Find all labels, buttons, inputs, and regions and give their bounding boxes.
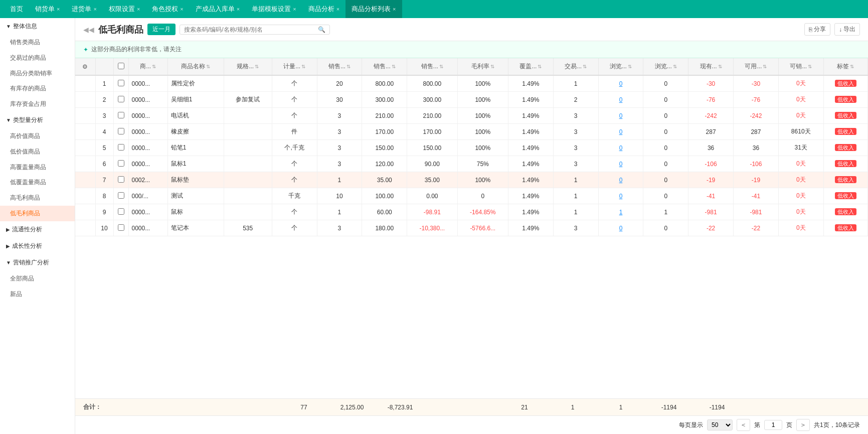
row-check[interactable]	[113, 75, 128, 92]
row-check[interactable]	[113, 220, 128, 236]
sales-amt-column-header[interactable]: 销售...⇅	[362, 58, 407, 75]
salable-column-header[interactable]: 可销...⇅	[778, 58, 823, 75]
nav-item-首页[interactable]: 首页	[4, 0, 29, 18]
row-view1[interactable]: 0	[598, 188, 643, 204]
row-checkbox[interactable]	[118, 208, 124, 215]
sidebar-item-新品[interactable]: 新品	[0, 286, 75, 302]
row-check[interactable]	[113, 188, 128, 204]
row-checkbox[interactable]	[118, 80, 124, 86]
nav-close-icon[interactable]: ×	[137, 6, 140, 12]
search-input[interactable]	[184, 26, 318, 33]
prev-page-button[interactable]: ＜	[737, 419, 750, 431]
nav-item-销货单[interactable]: 销货单×	[29, 0, 66, 18]
nav-close-icon[interactable]: ×	[336, 6, 339, 12]
nav-item-进货单[interactable]: 进货单×	[66, 0, 102, 18]
nav-close-icon[interactable]: ×	[180, 6, 183, 12]
nav-close-icon[interactable]: ×	[93, 6, 96, 12]
table-row: 1 0000... 属性定价 个 20 800.00 800.00 100% 1…	[75, 75, 868, 92]
row-checkbox[interactable]	[118, 144, 124, 151]
row-check[interactable]	[113, 204, 128, 220]
sidebar-group-title[interactable]: ▼营销推广分析	[0, 254, 75, 271]
row-check[interactable]	[113, 108, 128, 124]
sidebar-item-交易过的商品[interactable]: 交易过的商品	[0, 50, 75, 66]
row-checkbox[interactable]	[118, 112, 124, 118]
sidebar-group-title[interactable]: ▼类型量分析	[0, 112, 75, 128]
check-column-header[interactable]	[113, 58, 128, 75]
row-view1[interactable]: 0	[598, 92, 643, 108]
available-column-header[interactable]: 可用...⇅	[734, 58, 779, 75]
row-check[interactable]	[113, 92, 128, 108]
sales-profit-column-header[interactable]: 销售...⇅	[407, 58, 457, 75]
sidebar-item-低价值商品[interactable]: 低价值商品	[0, 144, 75, 160]
sales-qty-column-header[interactable]: 销售...⇅	[317, 58, 362, 75]
current-column-header[interactable]: 现有...⇅	[688, 58, 734, 75]
row-checkbox[interactable]	[118, 160, 124, 167]
nav-item-单据模板设置[interactable]: 单据模板设置×	[246, 0, 302, 18]
top-nav: 首页销货单×进货单×权限设置×角色授权×产成品入库单×单据模板设置×商品分析×商…	[0, 0, 868, 18]
sidebar-group-title[interactable]: ▶成长性分析	[0, 238, 75, 254]
row-sales-amt: 120.00	[362, 156, 407, 172]
transaction-column-header[interactable]: 交易...⇅	[553, 58, 598, 75]
select-all-checkbox[interactable]	[118, 63, 124, 69]
sidebar-item-全部商品[interactable]: 全部商品	[0, 271, 75, 286]
row-view1[interactable]: 1	[598, 204, 643, 220]
row-check[interactable]	[113, 172, 128, 188]
share-button[interactable]: ⎘ 分享	[804, 23, 830, 36]
row-view2: 0	[643, 156, 688, 172]
sidebar-collapse-button[interactable]: ◀◀	[83, 26, 94, 34]
sidebar-item-有库存的商品[interactable]: 有库存的商品	[0, 81, 75, 96]
row-checkbox[interactable]	[118, 96, 124, 102]
row-checkbox[interactable]	[118, 128, 124, 134]
nav-close-icon[interactable]: ×	[237, 6, 240, 12]
sidebar-item-高覆盖量商品[interactable]: 高覆盖量商品	[0, 160, 75, 175]
settings-column-header[interactable]: ⚙	[75, 58, 95, 75]
sidebar-item-高毛利商品[interactable]: 高毛利商品	[0, 190, 75, 206]
row-checkbox[interactable]	[118, 176, 124, 183]
row-view1[interactable]: 0	[598, 75, 643, 92]
sidebar-item-商品分类助销率[interactable]: 商品分类助销率	[0, 66, 75, 81]
nav-close-icon[interactable]: ×	[57, 6, 60, 12]
row-view1[interactable]: 0	[598, 140, 643, 156]
row-view1[interactable]: 0	[598, 108, 643, 124]
sidebar-item-销售类商品[interactable]: 销售类商品	[0, 35, 75, 50]
nav-item-商品分析列表[interactable]: 商品分析列表×	[345, 0, 402, 18]
row-view1[interactable]: 0	[598, 156, 643, 172]
gross-margin-column-header[interactable]: 毛利率⇅	[457, 58, 508, 75]
view1-column-header[interactable]: 浏览...⇅	[598, 58, 643, 75]
name-column-header[interactable]: 商品名称⇅	[167, 58, 224, 75]
row-view1[interactable]: 0	[598, 172, 643, 188]
filter-recent-month-button[interactable]: 近一月	[147, 24, 176, 35]
row-view1[interactable]: 0	[598, 220, 643, 236]
row-tag: 低收入	[823, 92, 867, 108]
nav-item-权限设置[interactable]: 权限设置×	[103, 0, 146, 18]
code-column-header[interactable]: 商...⇅	[128, 58, 167, 75]
coverage-column-header[interactable]: 覆盖...⇅	[508, 58, 553, 75]
row-checkbox[interactable]	[118, 224, 124, 231]
nav-close-icon[interactable]: ×	[393, 6, 396, 12]
row-check[interactable]	[113, 156, 128, 172]
row-check[interactable]	[113, 140, 128, 156]
spec-column-header[interactable]: 规格...⇅	[224, 58, 272, 75]
sidebar-group-title[interactable]: ▶流通性分析	[0, 221, 75, 238]
sidebar-group-title[interactable]: ▼整体信息	[0, 18, 75, 35]
export-button[interactable]: ↓ 导出	[834, 23, 860, 36]
unit-column-header[interactable]: 计量...⇅	[272, 58, 317, 75]
row-unit: 个	[272, 220, 317, 236]
sidebar-item-低覆盖量商品[interactable]: 低覆盖量商品	[0, 175, 75, 190]
sidebar-item-库存资金占用[interactable]: 库存资金占用	[0, 96, 75, 112]
next-page-button[interactable]: ＞	[796, 419, 810, 431]
row-view1[interactable]: 0	[598, 124, 643, 140]
sidebar-item-低毛利商品[interactable]: 低毛利商品	[0, 206, 75, 221]
row-coverage: 1.49%	[508, 156, 553, 172]
nav-item-产成品入库单[interactable]: 产成品入库单×	[190, 0, 246, 18]
nav-close-icon[interactable]: ×	[293, 6, 296, 12]
nav-item-商品分析[interactable]: 商品分析×	[302, 0, 345, 18]
nav-item-角色授权[interactable]: 角色授权×	[146, 0, 189, 18]
page-size-select[interactable]: 50 20 100	[707, 419, 733, 430]
tag-column-header[interactable]: 标签⇅	[823, 58, 867, 75]
view2-column-header[interactable]: 浏览...⇅	[643, 58, 688, 75]
row-checkbox[interactable]	[118, 192, 124, 199]
sidebar-item-高价值商品[interactable]: 高价值商品	[0, 128, 75, 144]
row-check[interactable]	[113, 124, 128, 140]
page-number-input[interactable]	[764, 420, 782, 430]
